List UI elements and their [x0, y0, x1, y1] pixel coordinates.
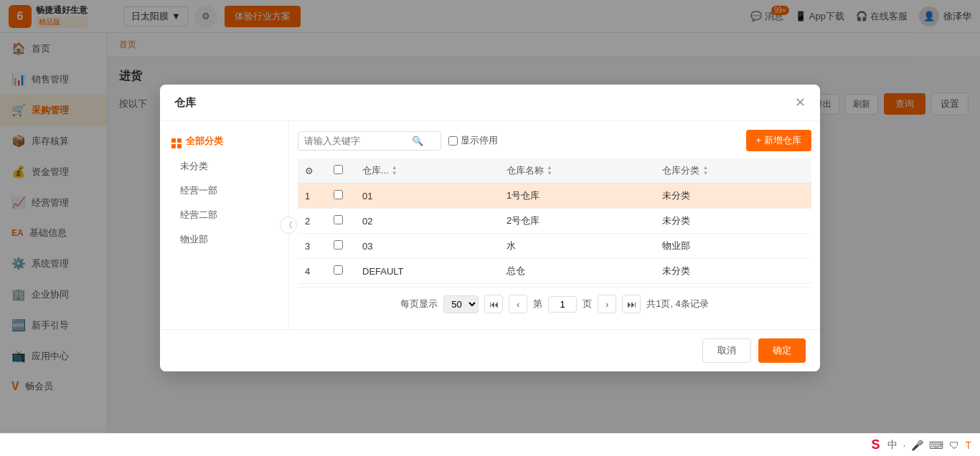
category-all-header[interactable]: 全部分类	[160, 128, 288, 154]
table-header: ⚙ 仓库... ▲▼	[298, 158, 811, 184]
row-name: 总仓	[499, 259, 655, 284]
row-checkbox[interactable]	[326, 259, 355, 284]
keyboard-icon: ⌨	[929, 440, 943, 451]
settings-col-icon: ⚙	[305, 166, 314, 176]
next-page-button[interactable]: ›	[598, 295, 616, 313]
last-page-button[interactable]: ⏭	[622, 295, 641, 313]
modal-overlay: 仓库 ✕ 全部分类 未分类 经营一部 经营二部 物业	[0, 0, 980, 456]
page-prefix-label: 第	[533, 298, 542, 310]
row-category: 物业部	[655, 234, 811, 259]
sort-arrows-code: ▲▼	[392, 165, 397, 176]
sort-arrows-category: ▲▼	[702, 165, 708, 176]
modal-close-button[interactable]: ✕	[795, 95, 806, 110]
table-container: ⚙ 仓库... ▲▼	[298, 158, 811, 284]
table-body: 1 01 1号仓库 未分类 2 02 2号仓库	[298, 184, 811, 284]
sort-arrows-name: ▲▼	[547, 165, 552, 176]
category-item-unclassified[interactable]: 未分类	[160, 154, 288, 179]
table-toolbar: 🔍 显示停用 + 新增仓库	[298, 130, 811, 151]
modal-header: 仓库 ✕	[160, 85, 820, 121]
row-checkbox[interactable]	[326, 209, 355, 234]
warehouse-modal: 仓库 ✕ 全部分类 未分类 经营一部 经营二部 物业	[160, 85, 820, 371]
warehouse-table: ⚙ 仓库... ▲▼	[298, 158, 811, 284]
row-name: 2号仓库	[499, 209, 655, 234]
table-row[interactable]: 2 02 2号仓库 未分类	[298, 209, 811, 234]
modal-footer: 取消 确定	[160, 329, 820, 371]
per-page-select[interactable]: 50	[443, 295, 479, 313]
row-index: 1	[298, 184, 326, 209]
row-category: 未分类	[655, 184, 811, 209]
row-checkbox[interactable]	[326, 184, 355, 209]
page-suffix-label: 页	[583, 298, 592, 310]
search-input[interactable]	[304, 136, 412, 146]
prev-page-button[interactable]: ‹	[509, 295, 527, 313]
category-item-property[interactable]: 物业部	[160, 227, 288, 252]
shield-icon: 🛡	[949, 440, 959, 451]
category-panel: 全部分类 未分类 经营一部 经营二部 物业部 《	[160, 121, 289, 329]
total-info: 共1页, 4条记录	[646, 298, 709, 310]
select-all-checkbox[interactable]	[334, 165, 343, 174]
pagination-bar: 每页显示 50 ⏮ ‹ 第 页 › ⏭ 共1页, 4条记录	[298, 287, 811, 320]
category-item-ops2[interactable]: 经营二部	[160, 203, 288, 227]
row-index: 3	[298, 234, 326, 259]
row-index: 2	[298, 209, 326, 234]
table-panel: 🔍 显示停用 + 新增仓库 ⚙	[289, 121, 820, 329]
grid-category-icon	[171, 134, 182, 148]
mic-icon: 🎤	[911, 440, 923, 451]
search-icon[interactable]: 🔍	[412, 136, 423, 146]
first-page-button[interactable]: ⏮	[484, 295, 503, 313]
row-category: 未分类	[655, 209, 811, 234]
add-warehouse-button[interactable]: + 新增仓库	[746, 130, 811, 151]
confirm-button[interactable]: 确定	[758, 338, 806, 363]
row-index: 4	[298, 259, 326, 284]
category-item-ops1[interactable]: 经营一部	[160, 179, 288, 203]
th-checkbox	[326, 158, 355, 184]
page-number-input[interactable]	[548, 296, 577, 313]
row-category: 未分类	[655, 259, 811, 284]
row-code: DEFAULT	[355, 259, 499, 284]
table-row[interactable]: 4 DEFAULT 总仓 未分类	[298, 259, 811, 284]
collapse-button[interactable]: 《	[280, 217, 297, 234]
t-icon: T	[965, 440, 971, 451]
row-name: 1号仓库	[499, 184, 655, 209]
th-name[interactable]: 仓库名称 ▲▼	[499, 158, 655, 184]
per-page-label: 每页显示	[400, 298, 438, 310]
status-bar: S 中 · 🎤 ⌨ 🛡 T	[0, 433, 980, 456]
status-logo: S	[872, 437, 880, 452]
row-checkbox[interactable]	[326, 234, 355, 259]
dot-icon: ·	[903, 440, 906, 451]
cancel-button[interactable]: 取消	[702, 338, 751, 363]
zh-icon: 中	[887, 439, 897, 452]
th-code[interactable]: 仓库... ▲▼	[355, 158, 499, 184]
table-row[interactable]: 1 01 1号仓库 未分类	[298, 184, 811, 209]
row-code: 03	[355, 234, 499, 259]
show-disabled-checkbox[interactable]	[448, 136, 458, 146]
th-category[interactable]: 仓库分类 ▲▼	[655, 158, 811, 184]
row-name: 水	[499, 234, 655, 259]
table-row[interactable]: 3 03 水 物业部	[298, 234, 811, 259]
row-code: 02	[355, 209, 499, 234]
modal-body: 全部分类 未分类 经营一部 经营二部 物业部 《 🔍	[160, 121, 820, 329]
status-icons: 中 · 🎤 ⌨ 🛡 T	[887, 439, 971, 452]
search-box: 🔍	[298, 131, 441, 151]
row-code: 01	[355, 184, 499, 209]
show-disabled-label[interactable]: 显示停用	[448, 134, 498, 147]
modal-title: 仓库	[174, 96, 196, 110]
th-settings: ⚙	[298, 158, 326, 184]
